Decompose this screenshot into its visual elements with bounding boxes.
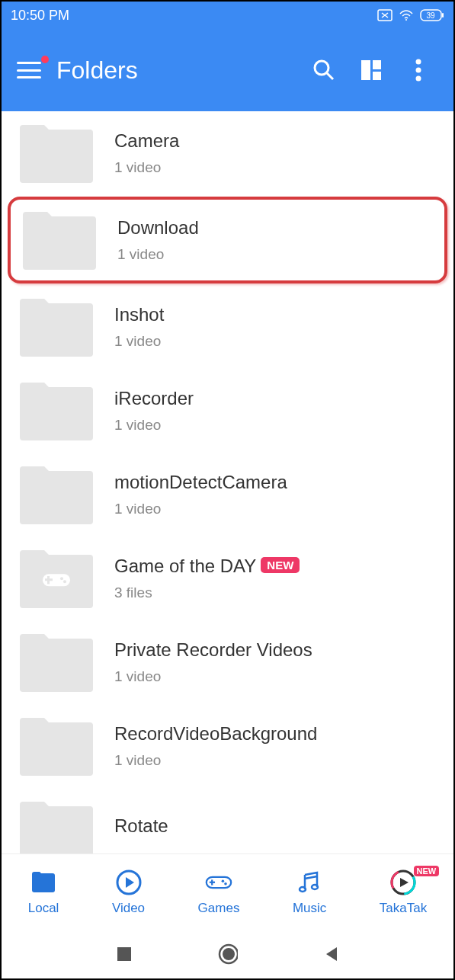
folder-icon [18,123,95,183]
folder-subtitle: 3 files [114,584,437,601]
folder-name: Rotate [114,815,437,837]
bottom-nav: Local Video Games Music TakaTak NEW [2,853,453,930]
folder-name: RecordVideoBackground [114,723,437,745]
nav-label: TakaTak [380,901,427,916]
svg-point-26 [312,885,318,889]
nav-local[interactable]: Local [28,869,59,916]
nav-label: Music [293,901,326,916]
nav-video[interactable]: Video [112,869,145,916]
folder-info: Download 1 video [117,217,434,263]
folder-item-inshot[interactable]: Inshot 1 video [2,285,453,369]
home-button[interactable] [218,944,238,964]
svg-rect-31 [117,947,131,961]
folder-name: motionDetectCamera [114,472,437,493]
nav-label: Games [198,901,240,916]
recent-apps-button[interactable] [114,944,134,964]
folder-info: Game of the DAYNEW 3 files [114,556,437,601]
folder-icon [21,210,98,270]
svg-rect-16 [47,576,50,584]
svg-point-33 [223,948,235,960]
nav-new-badge: NEW [414,866,440,876]
nav-games[interactable]: Games [198,869,240,916]
folder-name: Inshot [114,304,437,325]
folder-info: Rotate [114,815,437,844]
svg-point-25 [300,887,306,892]
folder-item-private-recorder-videos[interactable]: Private Recorder Videos 1 video [2,620,453,704]
folder-info: Inshot 1 video [114,304,437,350]
folder-icon [18,633,95,692]
status-time: 10:50 PM [11,8,69,24]
folder-name: Camera [114,130,437,152]
folder-subtitle: 1 video [114,668,437,685]
svg-rect-9 [373,72,381,80]
status-icons: 39 [377,9,444,21]
folder-name: Private Recorder Videos [114,639,437,661]
menu-icon[interactable] [17,62,41,78]
svg-point-18 [63,580,66,583]
folder-subtitle: 1 video [114,159,437,176]
folder-subtitle: 1 video [117,246,434,263]
music-icon [296,869,323,896]
nav-label: Local [28,901,59,916]
notification-dot [41,56,49,63]
play-icon [115,869,143,896]
svg-point-11 [416,68,421,73]
folder-info: motionDetectCamera 1 video [114,472,437,517]
svg-point-10 [416,59,421,65]
svg-line-27 [305,876,317,879]
folder-info: RecordVideoBackground 1 video [114,723,437,769]
nav-takatak[interactable]: TakaTak NEW [380,869,427,916]
svg-rect-3 [442,13,444,18]
system-nav [2,930,453,978]
folder-icon [18,716,95,776]
gamepad-icon [205,869,232,896]
svg-point-24 [224,882,227,886]
folder-subtitle: 1 video [114,501,437,517]
more-icon[interactable] [406,58,431,82]
folder-icon [18,800,95,853]
folder-subtitle: 1 video [114,752,437,769]
page-title: Folders [56,56,296,85]
svg-rect-22 [210,881,215,882]
app-header: Folders [2,29,453,111]
folder-item-camera[interactable]: Camera 1 video [2,111,453,195]
folder-subtitle: 1 video [114,333,437,350]
svg-rect-8 [373,60,381,69]
folder-info: Private Recorder Videos 1 video [114,639,437,685]
svg-point-23 [222,879,225,882]
svg-point-17 [60,577,63,580]
folder-item-irecorder[interactable]: iRecorder 1 video [2,369,453,453]
svg-point-1 [405,19,407,21]
folder-info: iRecorder 1 video [114,388,437,434]
folder-name: Download [117,217,434,239]
folder-icon [18,549,95,608]
folder-icon [18,381,95,440]
nav-music[interactable]: Music [293,869,326,916]
new-badge: NEW [261,557,300,573]
folder-name: Game of the DAYNEW [114,556,437,577]
folder-info: Camera 1 video [114,130,437,176]
back-button[interactable] [322,944,341,964]
nav-label: Video [112,901,145,916]
svg-point-5 [315,61,328,75]
takatak-icon [389,869,417,896]
folder-item-game-of-the-day[interactable]: Game of the DAYNEW 3 files [2,536,453,620]
folder-item-download[interactable]: Download 1 video [8,197,447,283]
folder-item-recordvideobackground[interactable]: RecordVideoBackground 1 video [2,704,453,788]
svg-point-12 [416,76,421,82]
svg-text:39: 39 [426,11,435,20]
status-bar: 10:50 PM 39 [2,2,453,29]
folder-item-motiondetectcamera[interactable]: motionDetectCamera 1 video [2,453,453,536]
search-icon[interactable] [312,58,336,82]
folder-item-rotate[interactable]: Rotate [2,788,453,853]
svg-line-6 [327,73,333,79]
svg-rect-7 [361,60,370,80]
folder-icon [18,465,95,524]
folder-name: iRecorder [114,388,437,409]
folder-list[interactable]: Camera 1 video Download 1 video Inshot 1… [2,111,453,853]
folder-icon [30,869,57,896]
folder-subtitle: 1 video [114,417,437,434]
folder-icon [18,297,95,357]
layout-icon[interactable] [359,58,383,82]
